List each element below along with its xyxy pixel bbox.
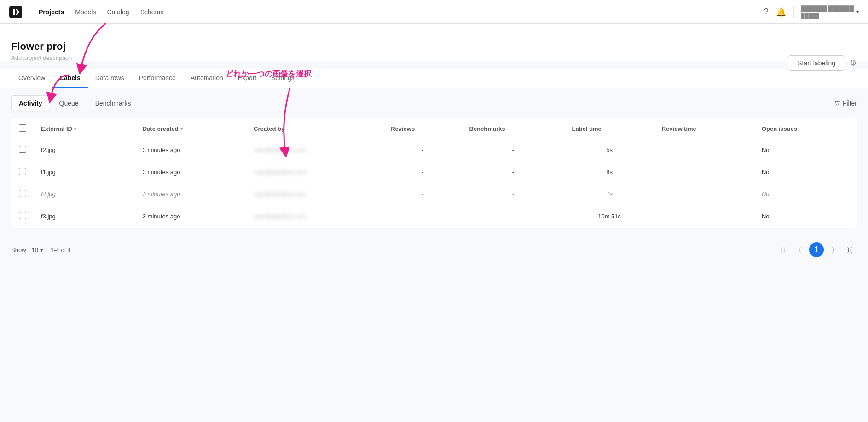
- header-actions: Start labeling ⚙: [788, 55, 857, 71]
- col-external-id[interactable]: External ID ▾: [34, 119, 135, 139]
- sub-tabs-bar: Activity Queue Benchmarks ▽ Filter: [0, 88, 868, 111]
- cell-date-created: 3 minutes ago: [135, 205, 246, 228]
- nav-right: ? 🔔 ██████ ███████████ ▾: [764, 5, 859, 19]
- cell-open-issues: No: [754, 205, 857, 228]
- pagination-bar: Show 10 ▾ 1-4 of 4 ⟨⟨ ⟨ 1 ⟩ ⟩⟨: [0, 235, 868, 264]
- svg-rect-0: [9, 6, 22, 18]
- tab-overview[interactable]: Overview: [11, 69, 52, 88]
- sub-tab-benchmarks[interactable]: Benchmarks: [88, 95, 139, 111]
- nav-divider: [793, 6, 794, 18]
- cell-label-time: 10m 51s: [565, 205, 654, 228]
- help-icon[interactable]: ?: [764, 7, 769, 17]
- labels-table: External ID ▾ Date created ▾ Created by …: [11, 118, 857, 228]
- project-description[interactable]: Add project description: [11, 54, 857, 61]
- settings-button[interactable]: ⚙: [850, 58, 857, 68]
- table-row[interactable]: f4.jpg 3 minutes ago user@labelbox.com -…: [12, 183, 857, 205]
- current-page-button[interactable]: 1: [809, 242, 824, 257]
- sort-external-id-icon: ▾: [74, 126, 76, 131]
- cell-external-id: f2.jpg: [34, 139, 135, 161]
- col-open-issues: Open issues: [754, 119, 857, 139]
- table-header-row: External ID ▾ Date created ▾ Created by …: [12, 119, 857, 139]
- cell-benchmarks: -: [462, 205, 565, 228]
- prev-page-button[interactable]: ⟨: [793, 242, 807, 257]
- table-row[interactable]: f3.jpg 3 minutes ago user@labelbox.com -…: [12, 205, 857, 228]
- cell-open-issues: No: [754, 139, 857, 161]
- cell-external-id: f1.jpg: [34, 161, 135, 183]
- row-checkbox-cell: [12, 161, 34, 183]
- cell-open-issues: No: [754, 183, 857, 205]
- nav-schema[interactable]: Schema: [140, 8, 164, 16]
- cell-benchmarks: -: [462, 139, 565, 161]
- first-page-button[interactable]: ⟨⟨: [776, 242, 791, 257]
- col-label-time: Label time: [565, 119, 654, 139]
- cell-review-time: [654, 161, 754, 183]
- cell-review-time: [654, 205, 754, 228]
- tab-labels[interactable]: Labels: [52, 69, 87, 88]
- row-checkbox-2[interactable]: [19, 190, 26, 197]
- select-all-header: [12, 119, 34, 139]
- row-checkbox-cell: [12, 183, 34, 205]
- cell-label-time: 5s: [565, 139, 654, 161]
- page-buttons: ⟨⟨ ⟨ 1 ⟩ ⟩⟨: [776, 242, 857, 257]
- per-page-select[interactable]: 10 ▾: [32, 246, 43, 253]
- cell-external-id: f3.jpg: [34, 205, 135, 228]
- table-container: External ID ▾ Date created ▾ Created by …: [0, 111, 868, 235]
- nav-models[interactable]: Models: [75, 8, 96, 16]
- page-range: 1-4 of 4: [51, 246, 71, 253]
- col-benchmarks: Benchmarks: [462, 119, 565, 139]
- cell-created-by: user@labelbox.com: [246, 139, 383, 161]
- cell-review-time: [654, 183, 754, 205]
- chevron-down-icon: ▾: [856, 9, 859, 14]
- row-checkbox-cell: [12, 139, 34, 161]
- cell-date-created: 3 minutes ago: [135, 161, 246, 183]
- tab-performance[interactable]: Performance: [132, 69, 183, 88]
- chevron-down-icon: ▾: [40, 246, 43, 253]
- cell-created-by: user@labelbox.com: [246, 161, 383, 183]
- start-labeling-button[interactable]: Start labeling: [788, 55, 845, 71]
- filter-icon: ▽: [835, 100, 840, 107]
- select-all-checkbox[interactable]: [19, 124, 26, 132]
- col-created-by: Created by: [246, 119, 383, 139]
- tab-export[interactable]: Export: [231, 69, 264, 88]
- bell-icon[interactable]: 🔔: [776, 7, 786, 17]
- tab-data-rows[interactable]: Data rows: [88, 69, 132, 88]
- user-menu[interactable]: ██████ ███████████ ▾: [801, 5, 859, 19]
- cell-reviews: -: [383, 183, 462, 205]
- cell-review-time: [654, 139, 754, 161]
- tab-settings[interactable]: Settings: [264, 69, 302, 88]
- cell-date-created: 3 minutes ago: [135, 139, 246, 161]
- cell-reviews: -: [383, 161, 462, 183]
- cell-label-time: 1s: [565, 183, 654, 205]
- row-checkbox-1[interactable]: [19, 168, 26, 175]
- row-checkbox-0[interactable]: [19, 146, 26, 153]
- cell-created-by: user@labelbox.com: [246, 183, 383, 205]
- app-logo[interactable]: [9, 6, 22, 18]
- next-page-button[interactable]: ⟩: [826, 242, 840, 257]
- filter-button[interactable]: ▽ Filter: [835, 100, 857, 107]
- top-nav: Projects Models Catalog Schema ? 🔔 █████…: [0, 0, 868, 24]
- nav-catalog[interactable]: Catalog: [107, 8, 129, 16]
- cell-created-by: user@labelbox.com: [246, 205, 383, 228]
- tab-automation[interactable]: Automation: [183, 69, 231, 88]
- page-header: Flower proj Add project description Star…: [0, 24, 868, 61]
- sub-tab-activity[interactable]: Activity: [11, 95, 50, 111]
- cell-benchmarks: -: [462, 183, 565, 205]
- sub-tab-queue[interactable]: Queue: [52, 95, 86, 111]
- cell-external-id: f4.jpg: [34, 183, 135, 205]
- cell-reviews: -: [383, 139, 462, 161]
- last-page-button[interactable]: ⟩⟨: [842, 242, 857, 257]
- cell-date-created: 3 minutes ago: [135, 183, 246, 205]
- table-row[interactable]: f1.jpg 3 minutes ago user@labelbox.com -…: [12, 161, 857, 183]
- row-checkbox-3[interactable]: [19, 212, 26, 219]
- cell-open-issues: No: [754, 161, 857, 183]
- table-row[interactable]: f2.jpg 3 minutes ago user@labelbox.com -…: [12, 139, 857, 161]
- main-tabs: Overview Labels Data rows Performance Au…: [0, 69, 868, 88]
- cell-label-time: 8s: [565, 161, 654, 183]
- nav-links: Projects Models Catalog Schema: [39, 8, 164, 16]
- user-name: ██████ ███████████: [801, 5, 854, 19]
- row-checkbox-cell: [12, 205, 34, 228]
- nav-projects[interactable]: Projects: [39, 8, 64, 16]
- col-date-created[interactable]: Date created ▾: [135, 119, 246, 139]
- cell-reviews: -: [383, 205, 462, 228]
- show-label: Show: [11, 246, 26, 253]
